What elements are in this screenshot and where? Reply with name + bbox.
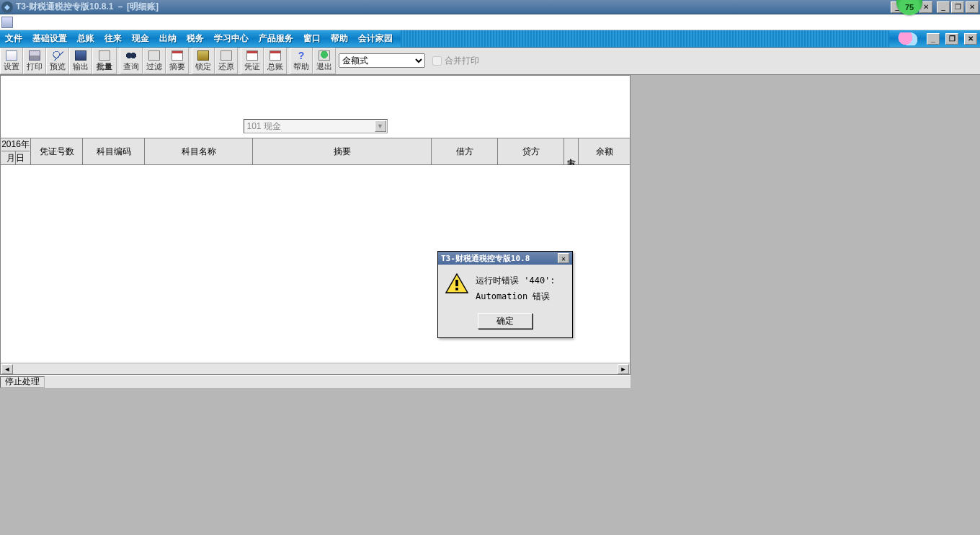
tbtn-summary-label: 摘要 xyxy=(169,61,185,72)
tbtn-restore-label: 还原 xyxy=(218,61,234,72)
col-credit: 贷方 xyxy=(498,138,564,164)
chevron-down-icon[interactable]: ▼ xyxy=(375,120,386,132)
menubar-restore-button[interactable]: ❐ xyxy=(945,33,958,45)
merge-print-input[interactable] xyxy=(432,56,442,66)
col-debit: 借方 xyxy=(432,138,498,164)
tbtn-settings[interactable]: 设置 xyxy=(0,48,23,74)
svg-rect-2 xyxy=(455,288,458,291)
menu-file[interactable]: 文件 xyxy=(3,31,24,46)
tbtn-batch-label: 批量 xyxy=(97,61,112,72)
col-month: 月 xyxy=(6,151,16,164)
tbtn-filter[interactable]: 过滤 xyxy=(143,48,166,74)
minimize-button[interactable]: _ xyxy=(937,1,950,13)
tbtn-lock[interactable]: 锁定 xyxy=(192,48,215,74)
svg-rect-1 xyxy=(455,280,458,286)
col-voucher-no: 凭证号数 xyxy=(31,138,83,164)
tbtn-output-label: 输出 xyxy=(73,61,89,72)
titlebar: ◆ T3-财税通税控专版10.8.1 － [明细账] _ ❐ ✕ _ ❐ ✕ xyxy=(0,0,980,14)
menu-accountant-home[interactable]: 会计家园 xyxy=(356,31,395,46)
account-selector-value: 101 现金 xyxy=(247,120,281,133)
restore-button[interactable]: ❐ xyxy=(951,1,964,13)
menubar-filler xyxy=(401,30,889,47)
menu-product-service[interactable]: 产品服务 xyxy=(257,31,295,46)
scroll-right-button[interactable]: ► xyxy=(618,364,629,374)
menu-general-ledger[interactable]: 总账 xyxy=(75,31,97,46)
menu-basic-settings[interactable]: 基础设置 xyxy=(30,31,69,46)
col-year: 2016年 xyxy=(1,138,30,151)
dialog-message-line2: Automation 错误 xyxy=(476,289,556,305)
tbtn-help[interactable]: ?帮助 xyxy=(290,48,313,74)
menu-transactions[interactable]: 往来 xyxy=(102,31,124,46)
tbtn-settings-label: 设置 xyxy=(4,61,19,72)
dialog-message-line1: 运行时错误 '440': xyxy=(476,273,556,289)
scroll-left-button[interactable]: ◄ xyxy=(1,364,13,374)
window-controls: _ ❐ ✕ xyxy=(937,1,979,13)
col-subject-name: 科目名称 xyxy=(145,138,253,164)
toolbar: 设置 打印 预览 输出 批量 查询 过滤 摘要 锁定 还原 凭证 总账 ?帮助 … xyxy=(0,48,980,75)
menubar: 文件 基础设置 总账 往来 现金 出纳 税务 学习中心 产品服务 窗口 帮助 会… xyxy=(0,30,980,48)
tbtn-batch[interactable]: 批量 xyxy=(92,48,117,74)
col-day: 日 xyxy=(16,151,24,164)
dialog-close-button[interactable]: ✕ xyxy=(558,253,569,263)
chart-icon[interactable] xyxy=(1,17,13,28)
ledger-header: 101 现金 ▼ xyxy=(1,76,630,138)
tbtn-gl[interactable]: 总账 xyxy=(264,48,287,74)
status-bar: 停止处理 xyxy=(0,375,631,388)
tbtn-exit-label: 退出 xyxy=(316,61,332,72)
col-subject-code: 科目编码 xyxy=(83,138,145,164)
dialog-title: T3-财税通税控专版10.8 xyxy=(441,253,530,264)
menu-window[interactable]: 窗口 xyxy=(301,31,323,46)
error-dialog: T3-财税通税控专版10.8 ✕ 运行时错误 '440': Automation… xyxy=(437,251,573,338)
tbtn-summary[interactable]: 摘要 xyxy=(166,48,189,74)
tbtn-print-label: 打印 xyxy=(27,61,43,72)
menu-cash[interactable]: 现金 xyxy=(130,31,151,46)
app-icon: ◆ xyxy=(1,1,13,13)
tbtn-query-label: 查询 xyxy=(123,61,139,72)
status-text: 停止处理 xyxy=(0,376,45,388)
format-select[interactable]: 金额式 xyxy=(339,53,425,68)
tbtn-output[interactable]: 输出 xyxy=(69,48,92,74)
menu-cashier[interactable]: 出纳 xyxy=(157,31,179,46)
window-title: T3-财税通税控专版10.8.1 － [明细账] xyxy=(16,1,891,13)
tbtn-preview-label: 预览 xyxy=(50,61,66,72)
tbtn-restore[interactable]: 还原 xyxy=(215,48,238,74)
tbtn-gl-label: 总账 xyxy=(267,61,283,72)
dialog-message: 运行时错误 '440': Automation 错误 xyxy=(476,273,556,304)
merge-print-label: 合并打印 xyxy=(445,55,479,67)
tbtn-help-label: 帮助 xyxy=(293,61,309,72)
menu-help[interactable]: 帮助 xyxy=(329,31,350,46)
account-selector[interactable]: 101 现金 ▼ xyxy=(244,119,388,133)
menu-learning[interactable]: 学习中心 xyxy=(212,31,251,46)
col-summary: 摘要 xyxy=(253,138,432,164)
tbtn-voucher-label: 凭证 xyxy=(244,61,260,72)
tbtn-query[interactable]: 查询 xyxy=(120,48,143,74)
quick-toolbar xyxy=(0,14,980,30)
tbtn-print[interactable]: 打印 xyxy=(23,48,46,74)
hscrollbar[interactable]: ◄ ► xyxy=(1,363,630,374)
merge-print-checkbox[interactable]: 合并打印 xyxy=(432,48,479,74)
col-balance: 余额 xyxy=(579,138,630,164)
mascot-icon xyxy=(895,32,921,45)
tbtn-exit[interactable]: 退出 xyxy=(313,48,336,74)
col-direction: 方向 xyxy=(564,138,579,164)
dialog-titlebar[interactable]: T3-财税通税控专版10.8 ✕ xyxy=(438,252,572,265)
menu-tax[interactable]: 税务 xyxy=(184,31,206,46)
tbtn-preview[interactable]: 预览 xyxy=(46,48,69,74)
tbtn-filter-label: 过滤 xyxy=(146,61,162,72)
dialog-ok-button[interactable]: 确定 xyxy=(478,313,533,329)
close-button[interactable]: ✕ xyxy=(966,1,979,13)
tbtn-voucher[interactable]: 凭证 xyxy=(241,48,264,74)
menubar-close-button[interactable]: ✕ xyxy=(964,33,977,45)
menubar-minimize-button[interactable]: _ xyxy=(927,33,940,45)
table-header-row: 2016年 月 日 凭证号数 科目编码 科目名称 摘要 借方 贷方 方向 余额 xyxy=(1,138,630,165)
tbtn-lock-label: 锁定 xyxy=(195,61,211,72)
warning-icon xyxy=(445,273,468,293)
